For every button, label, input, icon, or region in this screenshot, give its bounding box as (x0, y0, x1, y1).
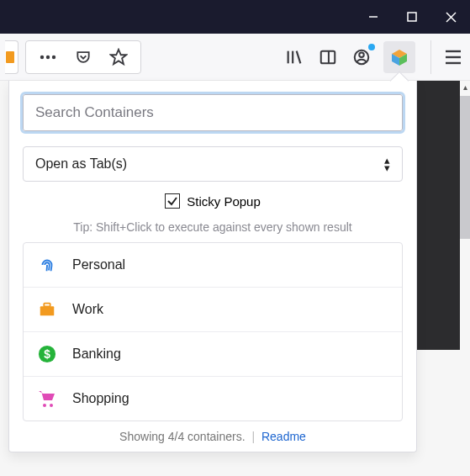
bookmark-button[interactable] (107, 45, 130, 69)
svg-point-5 (40, 55, 44, 58)
notification-dot-icon (368, 44, 375, 50)
container-item-work[interactable]: Work (24, 288, 402, 332)
container-item-banking[interactable]: $ Banking (24, 332, 402, 377)
container-item-personal[interactable]: Personal (24, 243, 402, 288)
briefcase-icon (37, 299, 57, 320)
container-item-label: Work (72, 302, 103, 317)
window-close-button[interactable] (431, 0, 470, 34)
showing-count: Showing 4/4 containers. (119, 430, 245, 443)
svg-point-6 (46, 55, 50, 58)
svg-text:$: $ (44, 348, 50, 361)
container-item-label: Banking (72, 346, 121, 362)
dollar-icon: $ (37, 344, 57, 364)
account-button[interactable] (350, 45, 373, 69)
search-input[interactable] (23, 94, 403, 131)
app-menu-button[interactable] (441, 45, 465, 69)
addressbar-container-indicator[interactable] (5, 40, 18, 74)
maximize-icon (407, 12, 417, 22)
svg-rect-1 (408, 13, 416, 21)
readme-link[interactable]: Readme (261, 430, 306, 443)
open-as-select[interactable]: Open as Tab(s) ▴▾ (23, 146, 403, 182)
open-as-label: Open as Tab(s) (35, 156, 127, 172)
svg-rect-22 (40, 306, 55, 315)
cart-icon (37, 389, 57, 409)
window-titlebar (0, 0, 470, 34)
page-actions-button[interactable] (36, 45, 60, 69)
page-background-panel (416, 81, 460, 350)
select-caret-icon: ▴▾ (384, 156, 390, 172)
popup-footer: Showing 4/4 containers. | Readme (23, 430, 403, 443)
container-item-shopping[interactable]: Shopping (24, 377, 402, 420)
sidebar-button[interactable] (316, 45, 340, 69)
checkmark-icon (166, 195, 178, 207)
svg-point-7 (52, 55, 55, 58)
containers-popup: Open as Tab(s) ▴▾ Sticky Popup Tip: Shif… (8, 81, 417, 452)
svg-marker-8 (111, 49, 126, 63)
sticky-popup-row[interactable]: Sticky Popup (23, 193, 403, 209)
svg-rect-4 (6, 51, 14, 63)
bookmark-star-icon (109, 48, 128, 66)
svg-point-27 (50, 404, 53, 407)
sticky-checkbox[interactable] (165, 193, 180, 209)
close-icon (446, 12, 457, 23)
pocket-icon (75, 49, 92, 66)
minimize-icon (368, 12, 378, 22)
library-button[interactable] (283, 45, 306, 69)
tip-text: Tip: Shift+Click to execute against ever… (23, 220, 403, 234)
account-icon (352, 48, 371, 66)
window-maximize-button[interactable] (393, 0, 431, 34)
svg-point-26 (43, 404, 46, 407)
container-item-label: Shopping (72, 391, 129, 406)
svg-line-11 (297, 50, 301, 63)
page-content: ▴ Open as Tab(s) ▴▾ Sticky Popup Tip: Sh… (0, 81, 470, 476)
container-item-label: Personal (72, 257, 125, 272)
svg-point-15 (359, 52, 364, 57)
containers-list: Personal Work $ Banking Shopping (23, 242, 403, 421)
scrollbar-thumb[interactable] (460, 96, 470, 239)
svg-rect-23 (44, 304, 50, 307)
containers-extension-icon (389, 47, 409, 67)
containers-extension-button[interactable] (383, 41, 415, 73)
container-tab-icon (6, 50, 18, 65)
sidebar-icon (319, 48, 337, 66)
window-minimize-button[interactable] (354, 0, 393, 34)
fingerprint-icon (37, 255, 57, 275)
sticky-label: Sticky Popup (187, 194, 261, 209)
page-actions-pill (25, 40, 141, 74)
scrollbar-up-button[interactable]: ▴ (460, 81, 470, 93)
library-icon (285, 48, 304, 66)
pocket-button[interactable] (71, 45, 95, 69)
hamburger-menu-icon (445, 50, 462, 65)
footer-separator: | (251, 430, 255, 443)
more-icon (40, 55, 56, 60)
